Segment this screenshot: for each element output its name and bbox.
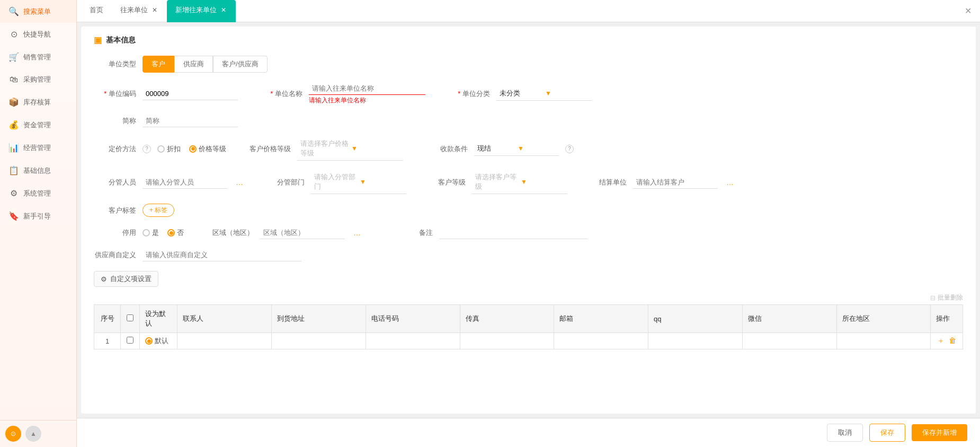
col-fax: 传真 — [460, 305, 554, 333]
settlement-dots[interactable]: … — [724, 178, 736, 187]
guide-icon: 🔖 — [8, 211, 19, 221]
row-address-input[interactable] — [277, 337, 360, 345]
batch-delete-area: ⊟ 批量删除 — [94, 293, 963, 302]
row-address[interactable] — [272, 333, 366, 349]
tab-partners-close[interactable]: ✕ — [151, 6, 158, 14]
alias-input[interactable] — [142, 115, 238, 127]
custom-settings-button[interactable]: ⚙ 自定义项设置 — [94, 271, 158, 287]
finance-icon: 💰 — [8, 120, 19, 130]
unit-name-input[interactable] — [309, 82, 425, 95]
sidebar-item-quicknav[interactable]: ⊙ 快捷导航 — [0, 23, 76, 46]
row-qq-input[interactable] — [654, 337, 737, 345]
pricing-circle-level — [189, 145, 197, 153]
add-tag-button[interactable]: + 标签 — [142, 204, 174, 217]
sidebar-bottom-btn2[interactable]: ▲ — [25, 426, 41, 442]
row-contact-input[interactable] — [183, 337, 266, 345]
row-index: 1 — [94, 333, 121, 349]
sidebar-item-sales[interactable]: 🛒 销售管理 — [0, 46, 76, 68]
unit-category-select[interactable]: 未分类 ▼ — [496, 86, 592, 101]
sidebar-item-search[interactable]: 🔍 搜索菜单 — [0, 0, 76, 23]
customer-level-select[interactable]: 请选择客户等级 ▼ — [472, 170, 567, 194]
purchase-icon: 🛍 — [8, 75, 19, 84]
col-contact: 联系人 — [177, 305, 272, 333]
settlement-unit-input[interactable] — [633, 176, 718, 189]
cancel-button[interactable]: 取消 — [827, 424, 863, 442]
unit-type-both[interactable]: 客户/供应商 — [213, 56, 268, 73]
dept-label: 分管部门 — [262, 178, 305, 187]
sidebar-item-inventory[interactable]: 📦 库存核算 — [0, 91, 76, 113]
row-region-input[interactable] — [842, 337, 925, 345]
row-wechat-input[interactable] — [748, 337, 831, 345]
unit-name-label: 单位名称 — [260, 89, 302, 99]
sidebar-bottom: ⊙ ▲ — [0, 420, 76, 447]
row-phone[interactable] — [366, 333, 460, 349]
unit-name-error: 请输入往来单位名称 — [309, 96, 425, 105]
alias-row: 简称 — [94, 115, 963, 127]
row-fax-input[interactable] — [466, 337, 549, 345]
tab-new-partner[interactable]: 新增往来单位 ✕ — [167, 0, 236, 22]
row-region[interactable] — [836, 333, 931, 349]
row-fax[interactable] — [460, 333, 554, 349]
row-delete-button[interactable]: 🗑 — [948, 336, 957, 345]
supplier-custom-label: 供应商自定义 — [94, 250, 136, 260]
unit-type-supplier[interactable]: 供应商 — [174, 56, 213, 73]
tab-home[interactable]: 首页 — [81, 0, 112, 22]
col-checkbox — [121, 305, 140, 333]
row-email[interactable] — [554, 333, 648, 349]
tab-new-partner-close[interactable]: ✕ — [220, 6, 227, 14]
disabled-radio-no[interactable]: 否 — [167, 228, 184, 238]
search-icon: 🔍 — [8, 6, 19, 16]
select-all-checkbox[interactable] — [127, 314, 133, 321]
supplier-custom-input[interactable] — [142, 249, 301, 261]
row-default-radio[interactable]: 默认 — [145, 336, 172, 346]
disabled-radio-yes[interactable]: 是 — [142, 228, 159, 238]
pricing-radio-discount[interactable]: 折扣 — [157, 144, 181, 154]
region-input[interactable] — [260, 226, 345, 239]
unit-type-row: 单位类型 客户 供应商 客户/供应商 — [94, 56, 963, 73]
sidebar: 🔍 搜索菜单 ⊙ 快捷导航 🛒 销售管理 🛍 采购管理 📦 库存核算 💰 资金管… — [0, 0, 77, 447]
sidebar-item-finance[interactable]: 💰 资金管理 — [0, 113, 76, 136]
dept-select[interactable]: 请输入分管部门 ▼ — [311, 170, 406, 194]
inventory-icon: 📦 — [8, 97, 19, 107]
row-wechat[interactable] — [742, 333, 836, 349]
row-checkbox[interactable] — [127, 337, 133, 344]
payment-terms-chevron: ▼ — [518, 145, 556, 152]
alias-label: 简称 — [94, 116, 136, 126]
row-default-cell: 默认 — [140, 333, 177, 349]
pricing-radio-level[interactable]: 价格等级 — [189, 144, 226, 154]
unit-code-input[interactable] — [142, 87, 238, 100]
sidebar-item-system[interactable]: ⚙ 系统管理 — [0, 182, 76, 205]
region-dots[interactable]: … — [351, 229, 363, 237]
save-new-button[interactable]: 保存并新增 — [912, 424, 967, 441]
sidebar-item-basic[interactable]: 📋 基础信息 — [0, 159, 76, 182]
manager-dots[interactable]: … — [234, 178, 245, 187]
sidebar-item-guide[interactable]: 🔖 新手引导 — [0, 205, 76, 227]
customer-price-select[interactable]: 请选择客户价格等级 ▼ — [297, 137, 403, 161]
region-label: 区域（地区） — [211, 228, 254, 238]
sidebar-item-operations[interactable]: 📊 经营管理 — [0, 136, 76, 159]
sidebar-bottom-btn1[interactable]: ⊙ — [5, 426, 21, 442]
customer-level-chevron: ▼ — [521, 178, 564, 186]
tabbar-close-all[interactable]: ✕ — [960, 6, 976, 16]
row-contact[interactable] — [177, 333, 272, 349]
payment-terms-select[interactable]: 现结 ▼ — [474, 142, 559, 156]
tabbar: 首页 往来单位 ✕ 新增往来单位 ✕ ✕ — [77, 0, 980, 22]
row-phone-input[interactable] — [371, 337, 455, 345]
disabled-label: 停用 — [94, 228, 136, 238]
tab-partners[interactable]: 往来单位 ✕ — [112, 0, 167, 22]
table-header-row: 序号 设为默认 联系人 到货地址 电话号码 传真 邮箱 qq 微信 所在地区 操… — [94, 305, 963, 333]
row-email-input[interactable] — [559, 337, 643, 345]
unit-type-customer[interactable]: 客户 — [142, 56, 174, 73]
row-add-button[interactable]: ＋ — [936, 336, 946, 346]
quicknav-icon: ⊙ — [8, 29, 19, 39]
settlement-unit-label: 结算单位 — [584, 178, 627, 187]
manager-label: 分管人员 — [94, 178, 136, 187]
manager-input[interactable] — [142, 176, 227, 189]
note-input[interactable] — [439, 226, 587, 239]
sidebar-item-purchase[interactable]: 🛍 采购管理 — [0, 68, 76, 91]
pricing-help-icon[interactable]: ? — [142, 145, 151, 153]
save-button[interactable]: 保存 — [869, 424, 905, 442]
manager-row: 分管人员 … 分管部门 请输入分管部门 ▼ 客户等级 请选择客户等级 ▼ 结算单… — [94, 170, 963, 194]
row-qq[interactable] — [648, 333, 743, 349]
payment-help-icon[interactable]: ? — [565, 145, 574, 153]
